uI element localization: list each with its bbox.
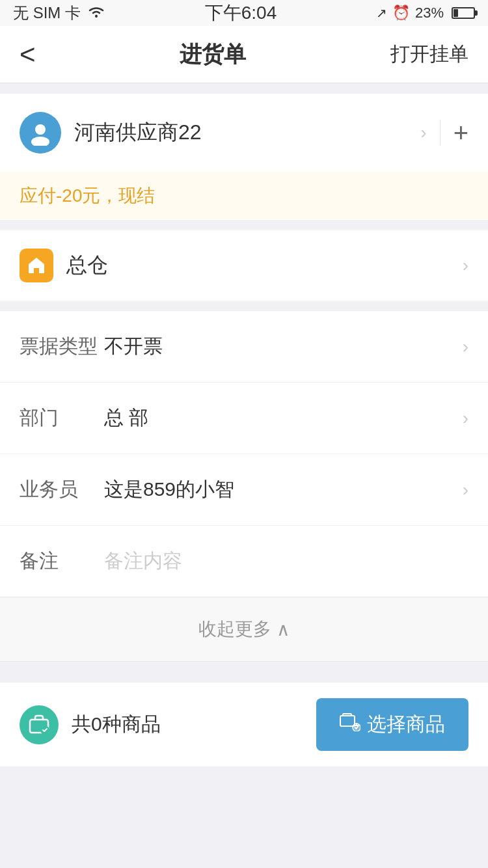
invoice-chevron-icon: ›: [463, 336, 468, 357]
wifi-icon: [87, 4, 105, 22]
gap3: [0, 662, 488, 672]
location-icon: ↗: [376, 5, 387, 21]
gap2: [0, 220, 488, 230]
carrier-label: 无 SIM 卡: [13, 3, 81, 23]
invoice-type-value: 不开票: [98, 333, 463, 360]
salesperson-label: 业务员: [20, 476, 98, 503]
supplier-chevron-icon: ›: [420, 122, 426, 143]
battery-percent: 23%: [415, 5, 444, 21]
department-label: 部门: [20, 405, 98, 431]
salesperson-value: 这是859的小智: [98, 476, 463, 503]
svg-marker-4: [29, 258, 44, 264]
select-product-icon: [340, 713, 360, 736]
gap1: [0, 83, 488, 94]
status-time: 下午6:04: [205, 1, 277, 25]
invoice-type-label: 票据类型: [20, 333, 98, 360]
status-left: 无 SIM 卡: [13, 3, 105, 23]
warehouse-name: 总仓: [66, 251, 463, 280]
svg-point-2: [31, 137, 49, 146]
add-supplier-button[interactable]: +: [454, 120, 468, 146]
alarm-icon: ⏰: [392, 5, 410, 21]
svg-rect-8: [340, 716, 355, 726]
collapse-icon: ∧: [277, 619, 290, 640]
product-footer: 共0种商品 选择商品: [0, 683, 488, 766]
warehouse-icon: [20, 249, 53, 282]
svg-point-1: [35, 124, 46, 135]
warehouse-row[interactable]: 总仓 ›: [0, 230, 488, 301]
collapse-row[interactable]: 收起更多 ∧: [0, 597, 488, 662]
form-section: 票据类型 不开票 › 部门 总 部 › 业务员 这是859的小智 › 备注 备注…: [0, 311, 488, 597]
supplier-divider: [440, 120, 441, 146]
collapse-label: 收起更多: [198, 617, 271, 642]
supplier-row[interactable]: 河南供应商22 › +: [0, 94, 488, 172]
product-count: 共0种商品: [72, 711, 316, 738]
remark-label: 备注: [20, 548, 98, 575]
select-product-button[interactable]: 选择商品: [316, 698, 468, 751]
svg-rect-5: [34, 268, 39, 273]
salesperson-chevron-icon: ›: [463, 480, 468, 500]
battery-icon: [452, 7, 475, 19]
open-pending-button[interactable]: 打开挂单: [390, 41, 468, 68]
department-row[interactable]: 部门 总 部 ›: [0, 383, 488, 454]
status-bar: 无 SIM 卡 下午6:04 ↗ ⏰ 23%: [0, 0, 488, 26]
page-title: 进货单: [180, 40, 246, 70]
invoice-type-row[interactable]: 票据类型 不开票 ›: [0, 311, 488, 383]
status-right: ↗ ⏰ 23%: [376, 5, 475, 21]
warehouse-chevron-icon: ›: [463, 255, 468, 276]
svg-point-0: [95, 15, 98, 18]
warehouse-section: 总仓 ›: [0, 230, 488, 301]
supplier-name: 河南供应商22: [74, 118, 420, 147]
salesperson-row[interactable]: 业务员 这是859的小智 ›: [0, 454, 488, 526]
remark-input[interactable]: 备注内容: [98, 548, 468, 575]
nav-bar: < 进货单 打开挂单: [0, 26, 488, 83]
select-product-label: 选择商品: [367, 711, 445, 738]
notice-bar: 应付-20元，现结: [0, 172, 488, 220]
department-value: 总 部: [98, 405, 463, 431]
notice-text: 应付-20元，现结: [20, 185, 155, 206]
department-chevron-icon: ›: [463, 408, 468, 429]
product-icon: [20, 705, 59, 744]
supplier-avatar: [20, 112, 61, 154]
back-button[interactable]: <: [20, 39, 36, 70]
bottom-background: [0, 766, 488, 868]
supplier-section: 河南供应商22 › + 应付-20元，现结: [0, 94, 488, 220]
remark-row[interactable]: 备注 备注内容: [0, 526, 488, 597]
